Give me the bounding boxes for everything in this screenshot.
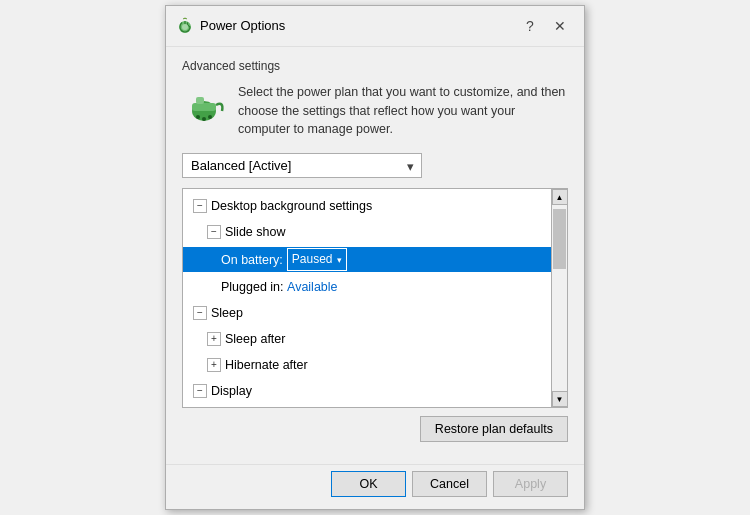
- expand-desktop-bg[interactable]: −: [193, 199, 207, 213]
- footer-row: OK Cancel Apply: [166, 464, 584, 509]
- expand-hibernate[interactable]: +: [207, 358, 221, 372]
- tree-item-plugged-in: Plugged in: Available: [183, 274, 551, 300]
- label-plugged-in: Plugged in:: [221, 277, 287, 297]
- tree-item-slideshow: − Slide show: [183, 219, 551, 245]
- svg-rect-4: [196, 97, 204, 104]
- tree-row-sleep[interactable]: − Sleep: [183, 302, 551, 324]
- power-plan-icon: [182, 83, 226, 127]
- label-sleep-after: Sleep after: [225, 329, 285, 349]
- label-sleep: Sleep: [211, 303, 243, 323]
- info-text: Select the power plan that you want to c…: [238, 83, 568, 139]
- tree-row-plugged-in[interactable]: Plugged in: Available: [183, 276, 551, 298]
- expand-slideshow[interactable]: −: [207, 225, 221, 239]
- label-display: Display: [211, 381, 252, 401]
- label-slideshow: Slide show: [225, 222, 285, 242]
- power-options-dialog: Power Options ? ✕ Advanced settings: [165, 5, 585, 510]
- tree-item-sleep-after: + Sleep after: [183, 326, 551, 352]
- expand-sleep-after[interactable]: +: [207, 332, 221, 346]
- title-bar: Power Options ? ✕: [166, 6, 584, 47]
- label-hibernate: Hibernate after: [225, 355, 308, 375]
- restore-defaults-button[interactable]: Restore plan defaults: [420, 416, 568, 442]
- scrollbar-thumb-area: [552, 205, 567, 391]
- svg-rect-3: [192, 103, 216, 111]
- restore-row: Restore plan defaults: [182, 416, 568, 442]
- svg-point-6: [202, 117, 206, 121]
- close-button[interactable]: ✕: [546, 14, 574, 38]
- info-row: Select the power plan that you want to c…: [182, 83, 568, 139]
- tree-item-turn-off-display: + Turn off display after: [183, 404, 551, 407]
- scrollbar-thumb[interactable]: [553, 209, 566, 269]
- expand-sleep[interactable]: −: [193, 306, 207, 320]
- cancel-button[interactable]: Cancel: [412, 471, 487, 497]
- label-plugged-in-value: Available: [287, 277, 338, 297]
- svg-point-5: [196, 115, 200, 119]
- scroll-down-btn[interactable]: ▼: [552, 391, 568, 407]
- tree-row-sleep-after[interactable]: + Sleep after: [183, 328, 551, 350]
- dropdown-row: Balanced [Active] Power saver High perfo…: [182, 153, 568, 178]
- scrollbar-track: ▲ ▼: [551, 189, 567, 407]
- settings-tree: − Desktop background settings − Slide sh…: [182, 188, 568, 408]
- apply-button[interactable]: Apply: [493, 471, 568, 497]
- label-desktop-bg: Desktop background settings: [211, 196, 372, 216]
- on-battery-dropdown[interactable]: Paused: [287, 248, 347, 271]
- tree-row-hibernate[interactable]: + Hibernate after: [183, 354, 551, 376]
- svg-point-1: [182, 24, 188, 30]
- scroll-up-btn[interactable]: ▲: [552, 189, 568, 205]
- tree-item-sleep: − Sleep: [183, 300, 551, 326]
- tree-row-on-battery[interactable]: On battery: Paused: [183, 247, 551, 272]
- plan-dropdown[interactable]: Balanced [Active] Power saver High perfo…: [182, 153, 422, 178]
- tree-row-turn-off-display[interactable]: + Turn off display after: [183, 406, 551, 407]
- svg-point-7: [208, 115, 212, 119]
- tree-content: − Desktop background settings − Slide sh…: [183, 189, 551, 407]
- dialog-body: Advanced settings Select the power plan …: [166, 47, 584, 464]
- app-icon: [176, 17, 194, 35]
- tree-row-slideshow[interactable]: − Slide show: [183, 221, 551, 243]
- tree-item-display: − Display: [183, 378, 551, 404]
- expand-display[interactable]: −: [193, 384, 207, 398]
- advanced-settings-label: Advanced settings: [182, 59, 568, 73]
- tree-row-display[interactable]: − Display: [183, 380, 551, 402]
- title-bar-buttons: ? ✕: [516, 14, 574, 38]
- label-on-battery: On battery:: [221, 250, 283, 270]
- tree-row-desktop-bg[interactable]: − Desktop background settings: [183, 195, 551, 217]
- tree-item-hibernate: + Hibernate after: [183, 352, 551, 378]
- plan-dropdown-wrapper: Balanced [Active] Power saver High perfo…: [182, 153, 422, 178]
- help-button[interactable]: ?: [516, 14, 544, 38]
- tree-item-on-battery: On battery: Paused: [183, 245, 551, 274]
- ok-button[interactable]: OK: [331, 471, 406, 497]
- tree-item-desktop-bg: − Desktop background settings: [183, 193, 551, 219]
- dialog-title: Power Options: [200, 18, 516, 33]
